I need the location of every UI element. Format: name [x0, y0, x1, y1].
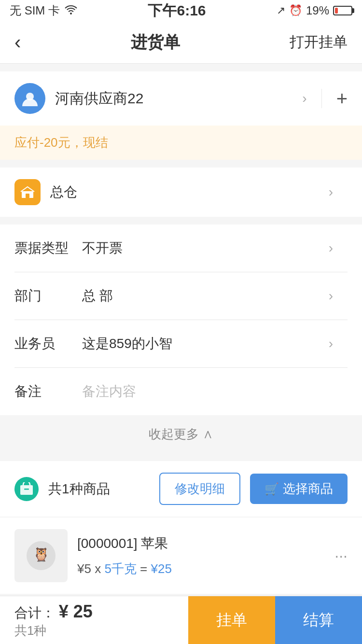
qty-text: 5千克 [104, 561, 136, 576]
remark-label: 备注 [14, 382, 82, 401]
warehouse-section: 总仓 › [0, 168, 362, 217]
invoice-type-value: 不开票 [82, 239, 329, 257]
location-icon: ↗ [277, 4, 285, 17]
cart-icon: 🛒 [265, 482, 279, 496]
supplier-chevron-icon: › [302, 91, 306, 106]
warehouse-icon [14, 179, 41, 205]
remark-row[interactable]: 备注 备注内容 [0, 368, 362, 415]
total-amount: ¥ 25 [59, 602, 93, 621]
battery-percent: 19% [306, 4, 329, 17]
battery-icon [333, 6, 352, 15]
salesperson-label: 业务员 [14, 335, 82, 353]
invoice-type-row[interactable]: 票据类型 不开票 › [0, 224, 362, 272]
supplier-section: 河南供应商22 › + 应付-20元，现结 [0, 71, 362, 160]
bottom-bar: 合计： ¥ 25 共1种 挂单 结算 [0, 596, 362, 644]
supplier-avatar [14, 83, 45, 114]
add-supplier-button[interactable]: + [336, 88, 348, 110]
total-text: ¥25 [151, 561, 171, 576]
select-product-label: 选择商品 [283, 480, 333, 497]
collapse-label: 收起更多 ∧ [149, 426, 213, 443]
status-right: ↗ ⏰ 19% [277, 4, 352, 17]
product-header: 共1种商品 修改明细 🛒 选择商品 [0, 461, 362, 517]
department-row[interactable]: 部门 总 部 › [0, 272, 362, 320]
warehouse-row[interactable]: 总仓 › [0, 168, 362, 217]
nav-bar: ‹ 进货单 打开挂单 [0, 21, 362, 64]
wifi-icon [65, 4, 77, 17]
invoice-type-label: 票据类型 [14, 239, 82, 257]
bottom-total: 合计： ¥ 25 共1种 [0, 596, 188, 644]
warehouse-chevron-icon: › [329, 184, 333, 200]
page-title: 进货单 [131, 31, 180, 54]
carrier-text: 无 SIM 卡 [10, 3, 60, 18]
status-left: 无 SIM 卡 [10, 3, 77, 18]
supplier-name: 河南供应商22 [55, 89, 302, 109]
edit-detail-button[interactable]: 修改明细 [159, 473, 240, 505]
salesperson-value: 这是859的小智 [82, 335, 329, 353]
open-hang-button[interactable]: 打开挂单 [290, 32, 348, 52]
total-count: 共1种 [14, 622, 174, 639]
supplier-row: 河南供应商22 › + [0, 71, 362, 126]
department-chevron-icon: › [329, 288, 333, 304]
salesperson-row[interactable]: 业务员 这是859的小智 › [0, 320, 362, 367]
select-product-button[interactable]: 🛒 选择商品 [250, 474, 348, 504]
product-header-section: 共1种商品 修改明细 🛒 选择商品 [0, 461, 362, 517]
svg-text:🦉: 🦉 [33, 546, 50, 562]
equals-text: = [137, 561, 151, 576]
product-item: 🦉 [0000001] 苹果 ¥5 x 5千克 = ¥25 ··· [0, 518, 362, 594]
supplier-alert-banner: 应付-20元，现结 [0, 126, 362, 160]
product-thumbnail: 🦉 [14, 529, 68, 582]
collapse-button[interactable]: 收起更多 ∧ [0, 415, 362, 453]
salesperson-chevron-icon: › [329, 336, 333, 351]
alarm-icon: ⏰ [289, 4, 302, 17]
price-text: ¥5 x [77, 561, 104, 576]
svg-rect-2 [26, 194, 29, 198]
svg-rect-3 [20, 485, 33, 495]
product-price: ¥5 x 5千克 = ¥25 [77, 560, 325, 577]
hang-button[interactable]: 挂单 [188, 596, 275, 644]
total-row: 合计： ¥ 25 [14, 602, 174, 622]
status-time: 下午6:16 [148, 1, 206, 21]
invoice-chevron-icon: › [329, 240, 333, 256]
form-section: 票据类型 不开票 › 部门 总 部 › 业务员 这是859的小智 › 备注 备注… [0, 224, 362, 415]
settle-button[interactable]: 结算 [275, 596, 362, 644]
back-button[interactable]: ‹ [14, 31, 21, 53]
warehouse-name: 总仓 [50, 183, 329, 201]
product-name: [0000001] 苹果 [77, 534, 325, 553]
product-info: [0000001] 苹果 ¥5 x 5千克 = ¥25 [77, 534, 325, 577]
svg-rect-4 [24, 489, 29, 490]
product-count-icon [14, 477, 39, 501]
divider [321, 89, 322, 108]
product-count-text: 共1种商品 [48, 480, 150, 498]
department-label: 部门 [14, 287, 82, 305]
total-label: 合计： [14, 605, 55, 620]
product-more-button[interactable]: ··· [334, 547, 348, 565]
status-bar: 无 SIM 卡 下午6:16 ↗ ⏰ 19% [0, 0, 362, 21]
department-value: 总 部 [82, 287, 329, 305]
remark-placeholder: 备注内容 [82, 382, 348, 401]
